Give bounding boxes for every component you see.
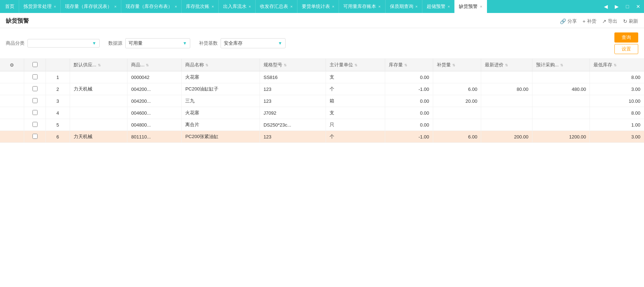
row-latest-price: 200.00 xyxy=(481,131,532,143)
tab-home[interactable]: 首页 xyxy=(1,0,19,13)
th-replenish[interactable]: 补货量 ⇅ xyxy=(433,59,481,71)
replenish-button[interactable]: + 补货 xyxy=(583,18,596,25)
sort-icon-supplier: ⇅ xyxy=(98,63,101,67)
th-min-stock[interactable]: 最低库存 ⇅ xyxy=(590,59,644,71)
share-icon: 🔗 xyxy=(560,18,566,24)
row-spec: SS816 xyxy=(260,71,326,83)
row-code: 004800... xyxy=(127,119,182,131)
query-button[interactable]: 查询 xyxy=(614,32,638,43)
tab-close-abnormal[interactable]: × xyxy=(54,4,56,9)
tab-batch[interactable]: 库存批次账 × xyxy=(182,0,218,13)
tab-close-stock-dist[interactable]: × xyxy=(175,4,177,9)
export-button[interactable]: ↗ 导出 xyxy=(602,18,617,25)
tab-demand[interactable]: 要货单统计表 × xyxy=(297,0,339,13)
row-check-cell[interactable] xyxy=(24,131,46,143)
tab-close-demand[interactable]: × xyxy=(332,4,334,9)
row-replenish xyxy=(433,71,481,83)
tab-next-button[interactable]: ▶ xyxy=(612,1,622,12)
tab-close-inout[interactable]: × xyxy=(249,4,251,9)
row-name: 火花塞 xyxy=(182,71,260,83)
refresh-icon: ↻ xyxy=(623,18,627,24)
sort-icon-code: ⇅ xyxy=(146,63,149,67)
row-checkbox-0[interactable] xyxy=(32,74,38,79)
category-select[interactable]: ▼ xyxy=(27,39,100,48)
tab-stock-dist[interactable]: 现存量（库存分布表） × xyxy=(121,0,182,13)
row-check-cell[interactable] xyxy=(24,107,46,119)
replenish-icon: + xyxy=(583,18,586,24)
row-min-stock: 1.00 xyxy=(590,119,644,131)
tab-close-stock-status[interactable]: × xyxy=(114,4,116,9)
th-checkbox[interactable] xyxy=(24,59,46,71)
select-all-checkbox[interactable] xyxy=(32,62,38,67)
row-gear-cell xyxy=(0,95,24,107)
row-unit: 箱 xyxy=(326,95,385,107)
tab-expiry[interactable]: 保质期查询 × xyxy=(386,0,422,13)
settings-button[interactable]: 设置 xyxy=(614,44,638,54)
row-check-cell[interactable] xyxy=(24,71,46,83)
row-check-cell[interactable] xyxy=(24,83,46,95)
tab-close-all-button[interactable]: ✕ xyxy=(633,1,643,12)
tab-avail[interactable]: 可用量库存账本 × xyxy=(339,0,385,13)
tab-close-shortage[interactable]: × xyxy=(480,4,482,9)
th-spec[interactable]: 规格型号 ⇅ xyxy=(260,59,326,71)
row-checkbox-5[interactable] xyxy=(32,134,38,139)
th-name[interactable]: 商品名称 ⇅ xyxy=(182,59,260,71)
row-supplier xyxy=(70,95,127,107)
tab-close-expiry[interactable]: × xyxy=(415,4,418,9)
th-latest-price[interactable]: 最新进价 ⇅ xyxy=(481,59,532,71)
row-checkbox-2[interactable] xyxy=(32,98,38,103)
table-row: 6 力天机械 801110... PC200张紧油缸 123 个 -1.00 6… xyxy=(0,131,644,143)
tab-close-avail[interactable]: × xyxy=(378,4,380,9)
tab-shortage[interactable]: 缺货预警 × xyxy=(454,0,487,13)
th-gear[interactable]: ⚙ xyxy=(0,59,24,71)
row-unit: 支 xyxy=(326,107,385,119)
row-checkbox-4[interactable] xyxy=(32,122,38,127)
tab-stock-status[interactable]: 现存量（库存状况表） × xyxy=(61,0,121,13)
row-checkbox-1[interactable] xyxy=(32,86,38,91)
row-est-purchase xyxy=(532,107,590,119)
row-num: 5 xyxy=(46,119,70,131)
th-supplier[interactable]: 默认供应... ⇅ xyxy=(70,59,127,71)
filter-actions: 查询 设置 xyxy=(614,32,638,54)
th-code[interactable]: 商品... ⇅ xyxy=(127,59,182,71)
row-num: 2 xyxy=(46,83,70,95)
row-latest-price xyxy=(481,71,532,83)
sort-icon-latest-price: ⇅ xyxy=(505,63,508,67)
row-code: 004200... xyxy=(127,95,182,107)
table-row: 4 004600... 火花塞 J7092 支 0.00 8.00 xyxy=(0,107,644,119)
row-check-cell[interactable] xyxy=(24,95,46,107)
category-dropdown-icon: ▼ xyxy=(92,41,96,46)
tab-restore-button[interactable]: □ xyxy=(622,1,632,12)
row-gear-cell xyxy=(0,131,24,143)
row-check-cell[interactable] xyxy=(24,119,46,131)
th-est-purchase[interactable]: 预计采购... ⇅ xyxy=(532,59,590,71)
table-row: 5 004800... 离合片 DS250*23c... 只 0.00 1.00 xyxy=(0,119,644,131)
refresh-button[interactable]: ↻ 刷新 xyxy=(623,18,638,25)
row-est-purchase xyxy=(532,95,590,107)
tab-close-overstock[interactable]: × xyxy=(448,4,450,9)
share-button[interactable]: 🔗 分享 xyxy=(560,18,577,25)
row-name: 火花塞 xyxy=(182,107,260,119)
row-stock: 0.00 xyxy=(385,95,433,107)
tab-abnormal[interactable]: 拣货异常处理 × xyxy=(19,0,61,13)
sort-icon-name: ⇅ xyxy=(205,63,208,67)
row-supplier xyxy=(70,107,127,119)
tab-close-recv[interactable]: × xyxy=(290,4,292,9)
tab-close-batch[interactable]: × xyxy=(212,4,214,9)
tab-overstock[interactable]: 超储预警 × xyxy=(422,0,454,13)
row-spec: J7092 xyxy=(260,107,326,119)
tab-prev-button[interactable]: ◀ xyxy=(601,1,611,12)
row-est-purchase: 1200.00 xyxy=(532,131,590,143)
replenish-base-select[interactable]: 安全库存 ▼ xyxy=(221,38,286,48)
row-replenish: 6.00 xyxy=(433,83,481,95)
row-min-stock: 8.00 xyxy=(590,71,644,83)
th-stock[interactable]: 库存量 ⇅ xyxy=(385,59,433,71)
tab-navigation: ◀ ▶ □ ✕ xyxy=(601,1,643,12)
datasource-select-value: 可用量 xyxy=(129,40,181,47)
tab-recv[interactable]: 收发存汇总表 × xyxy=(256,0,297,13)
row-checkbox-3[interactable] xyxy=(32,110,38,115)
row-unit: 个 xyxy=(326,83,385,95)
datasource-select[interactable]: 可用量 ▼ xyxy=(125,38,190,48)
tab-inout[interactable]: 出入库流水 × xyxy=(219,0,256,13)
th-unit[interactable]: 主计量单位 ⇅ xyxy=(326,59,385,71)
